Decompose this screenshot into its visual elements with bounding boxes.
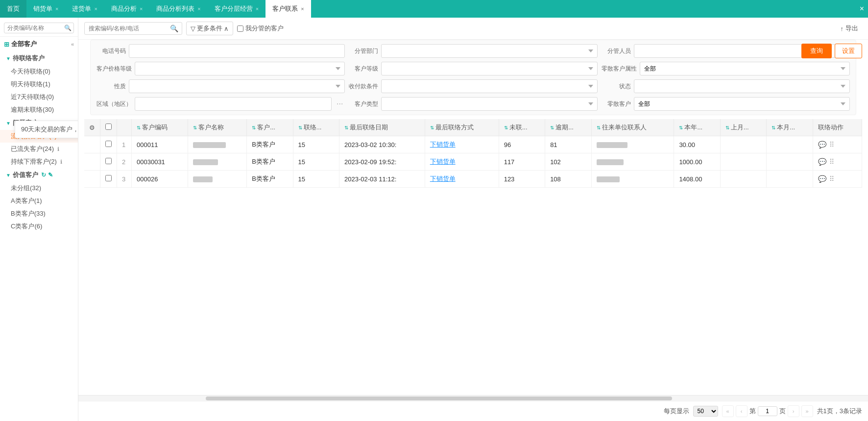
td-unit-contact-0: ███ ███... xyxy=(591,136,674,153)
close-sales-icon[interactable]: × xyxy=(55,6,58,12)
td-last-method-2[interactable]: 下销货单 xyxy=(425,171,499,188)
sidebar-item-overdue-contact[interactable]: 逾期未联络(30) xyxy=(0,103,78,116)
th-last-date[interactable]: ⇅最后联络日期 xyxy=(339,119,425,136)
nav-tab-goods-analysis-label: 商品分析 xyxy=(111,4,137,13)
select-all-checkbox[interactable] xyxy=(105,124,112,130)
action-more-icon-2[interactable]: ⠿ xyxy=(829,175,834,183)
th-name[interactable]: ⇅客户名称 xyxy=(188,119,247,136)
region-dots-icon[interactable]: ··· xyxy=(335,99,345,108)
td-last-method-0[interactable]: 下销货单 xyxy=(425,136,499,153)
sidebar-search-input[interactable] xyxy=(4,23,74,33)
td-this-year-2: 1408.00 xyxy=(674,171,720,188)
action-chat-icon-0[interactable]: 💬 xyxy=(818,141,826,149)
retail-attr-select[interactable]: 全部 xyxy=(640,62,850,75)
last-page-button[interactable]: » xyxy=(801,405,813,417)
td-action-0: 💬 ⠿ xyxy=(813,136,862,153)
td-overdue-0: 81 xyxy=(545,136,591,153)
sidebar-item-declining[interactable]: 持续下滑客户(2) ℹ xyxy=(0,155,78,168)
td-last-date-0: 2023-03-02 10:30: xyxy=(339,136,425,153)
sidebar-all-customers-label: 全部客户 xyxy=(11,40,37,49)
td-last-method-1[interactable]: 下销货单 xyxy=(425,153,499,171)
sidebar-item-churned[interactable]: 已流失客户(24) ℹ xyxy=(0,143,78,155)
td-contact-2: 15 xyxy=(293,171,339,188)
status-select[interactable] xyxy=(634,79,850,93)
my-customers-checkbox[interactable] xyxy=(237,25,243,32)
region-input[interactable] xyxy=(135,97,332,111)
payment-select[interactable] xyxy=(381,79,597,93)
prev-page-button[interactable]: ‹ xyxy=(736,405,747,417)
more-conditions-button[interactable]: ▽ 更多条件 ∧ xyxy=(186,22,233,35)
customer-grade-select[interactable] xyxy=(381,62,597,75)
customer-type-select[interactable] xyxy=(381,97,597,111)
sidebar-group-value[interactable]: ▼ 价值客户 ↻ ✎ xyxy=(0,168,78,182)
sidebar-item-a-class[interactable]: A类客户(1) xyxy=(0,195,78,207)
th-last-month[interactable]: ⇅上月... xyxy=(720,119,766,136)
nav-tab-customer-tier[interactable]: 客户分层经营 × xyxy=(208,0,265,18)
action-more-icon-0[interactable]: ⠿ xyxy=(829,141,834,149)
dept-select[interactable] xyxy=(381,44,597,58)
first-page-button[interactable]: « xyxy=(722,405,734,417)
action-chat-icon-2[interactable]: 💬 xyxy=(818,175,826,183)
th-code[interactable]: ⇅客户编码 xyxy=(132,119,188,136)
close-customer-contact-icon[interactable]: × xyxy=(301,6,304,12)
th-unit-contact[interactable]: ⇅往来单位联系人 xyxy=(591,119,674,136)
retail-attr-label: 零散客户属性 xyxy=(602,65,637,73)
close-purchase-icon[interactable]: × xyxy=(94,6,97,12)
value-edit-icon[interactable]: ✎ xyxy=(48,172,53,178)
export-icon: ↑ xyxy=(841,25,844,32)
price-grade-select[interactable] xyxy=(135,62,345,75)
nature-select[interactable] xyxy=(129,79,345,93)
search-input[interactable] xyxy=(84,22,182,35)
close-goods-analysis-list-icon[interactable]: × xyxy=(197,6,200,12)
td-this-month-2 xyxy=(767,171,813,188)
th-contact[interactable]: ⇅联络... xyxy=(293,119,339,136)
table-row: 3 000026 ████ B类客户 15 2023-02-03 11:12: … xyxy=(84,171,862,188)
sidebar-item-b-class[interactable]: B类客户(33) xyxy=(0,207,78,220)
sidebar-item-7day-contact[interactable]: 近7天待联络(0) xyxy=(0,91,78,103)
table-row: 2 00030031 ██████ B类客户 15 2023-02-09 19:… xyxy=(84,153,862,171)
phone-input[interactable] xyxy=(129,44,345,58)
nav-tab-sales[interactable]: 销货单 × xyxy=(26,0,65,18)
sidebar-all-customers[interactable]: ⊞ 全部客户 « xyxy=(0,37,78,51)
export-button[interactable]: ↑ 导出 xyxy=(837,22,863,35)
dept-label: 分管部门 xyxy=(349,47,378,55)
th-settings[interactable]: ⚙ xyxy=(84,119,100,136)
retail-customer-select[interactable]: 全部 xyxy=(634,97,850,111)
sidebar-item-today-contact[interactable]: 今天待联络(0) xyxy=(0,65,78,78)
close-all-button[interactable]: × xyxy=(860,4,864,13)
th-not-contacted[interactable]: ⇅未联... xyxy=(499,119,545,136)
sidebar: 🔍 ⊞ 全部客户 « ▼ 待联络客户 今天待联络(0) 明天待联络(1) 近7天… xyxy=(0,18,78,421)
td-action-2: 💬 ⠿ xyxy=(813,171,862,188)
close-customer-tier-icon[interactable]: × xyxy=(256,6,259,12)
nav-tab-home[interactable]: 首页 xyxy=(0,0,26,18)
row-checkbox-1[interactable] xyxy=(105,158,112,164)
action-chat-icon-1[interactable]: 💬 xyxy=(818,158,826,166)
query-button[interactable]: 查询 xyxy=(801,44,832,58)
th-last-method[interactable]: ⇅最后联络方式 xyxy=(425,119,499,136)
th-this-year[interactable]: ⇅本年... xyxy=(674,119,720,136)
horizontal-scrollbar[interactable] xyxy=(78,395,868,401)
my-customers-checkbox-label[interactable]: 我分管的客户 xyxy=(237,24,284,33)
td-name-2: ████ xyxy=(188,171,247,188)
settings-button[interactable]: 设置 xyxy=(835,44,862,58)
th-overdue[interactable]: ⇅逾期... xyxy=(545,119,591,136)
current-page-input[interactable] xyxy=(758,406,777,416)
sidebar-group-waiting[interactable]: ▼ 待联络客户 xyxy=(0,51,78,65)
th-index xyxy=(117,119,132,136)
value-refresh-icon[interactable]: ↻ xyxy=(41,172,46,178)
action-more-icon-1[interactable]: ⠿ xyxy=(829,158,834,166)
sidebar-item-c-class[interactable]: C类客户(6) xyxy=(0,220,78,233)
th-type[interactable]: ⇅客户... xyxy=(247,119,293,136)
row-checkbox-2[interactable] xyxy=(105,175,112,181)
th-this-month[interactable]: ⇅本月... xyxy=(767,119,813,136)
row-checkbox-0[interactable] xyxy=(105,141,112,147)
close-goods-analysis-icon[interactable]: × xyxy=(140,6,143,12)
sidebar-item-unclassified[interactable]: 未分组(32) xyxy=(0,182,78,195)
nav-tab-customer-contact[interactable]: 客户联系 × xyxy=(265,0,311,18)
nav-tab-goods-analysis-list[interactable]: 商品分析列表 × xyxy=(149,0,207,18)
per-page-select[interactable]: 50 20 100 xyxy=(693,406,718,417)
nav-tab-goods-analysis[interactable]: 商品分析 × xyxy=(104,0,149,18)
nav-tab-purchase[interactable]: 进货单 × xyxy=(65,0,104,18)
sidebar-item-tomorrow-contact[interactable]: 明天待联络(1) xyxy=(0,78,78,91)
next-page-button[interactable]: › xyxy=(788,405,799,417)
